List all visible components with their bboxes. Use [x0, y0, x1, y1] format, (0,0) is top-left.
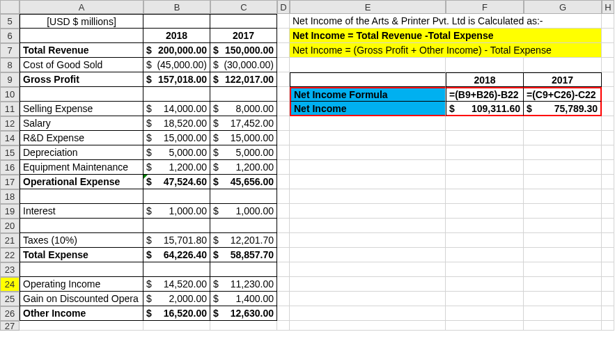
cell-E21[interactable] — [290, 233, 446, 248]
cell-F21[interactable] — [446, 233, 524, 248]
cell-E27[interactable] — [290, 321, 446, 331]
cell-H15[interactable] — [602, 145, 614, 160]
cell-B15[interactable]: $5,000.00 — [143, 145, 210, 160]
cell-H12[interactable] — [602, 116, 614, 131]
row-header[interactable]: 15 — [0, 145, 20, 160]
cell-G16[interactable] — [524, 160, 602, 175]
cell-D15[interactable] — [277, 145, 290, 160]
cell-A26[interactable]: Other Income — [20, 306, 143, 321]
spreadsheet-grid[interactable]: A B C D E F G H 5 [USD $ millions] Net I… — [0, 0, 615, 331]
cell-B17[interactable]: $47,524.60 — [143, 175, 210, 189]
cell-F27[interactable] — [446, 321, 524, 331]
row-header[interactable]: 10 — [0, 87, 20, 102]
cell-C21[interactable]: $12,201.70 — [210, 233, 277, 248]
cell-F24[interactable] — [446, 277, 524, 292]
col-header-D[interactable]: D — [277, 0, 290, 14]
row-header[interactable]: 26 — [0, 306, 20, 321]
cell-C25[interactable]: $1,400.00 — [210, 292, 277, 306]
row-header[interactable]: 17 — [0, 175, 20, 189]
cell-C24[interactable]: $11,230.00 — [210, 277, 277, 292]
cell-B11[interactable]: $14,000.00 — [143, 102, 210, 116]
cell-A10[interactable] — [20, 87, 143, 102]
cell-D20[interactable] — [277, 219, 290, 233]
row-header[interactable]: 6 — [0, 29, 20, 43]
cell-E16[interactable] — [290, 160, 446, 175]
cell-F22[interactable] — [446, 248, 524, 262]
row-header[interactable]: 25 — [0, 292, 20, 306]
cell-B12[interactable]: $18,520.00 — [143, 116, 210, 131]
cell-G9[interactable]: 2017 — [524, 72, 602, 87]
cell-E8[interactable] — [290, 58, 446, 72]
cell-F19[interactable] — [446, 204, 524, 219]
cell-A21[interactable]: Taxes (10%) — [20, 233, 143, 248]
col-header-E[interactable]: E — [290, 0, 446, 14]
cell-G18[interactable] — [524, 189, 602, 204]
cell-G15[interactable] — [524, 145, 602, 160]
cell-D27[interactable] — [277, 321, 290, 331]
cell-A12[interactable]: Salary — [20, 116, 143, 131]
cell-F11[interactable]: $109,311.60 — [446, 102, 524, 116]
cell-D21[interactable] — [277, 233, 290, 248]
cell-G23[interactable] — [524, 262, 602, 277]
cell-H23[interactable] — [602, 262, 614, 277]
cell-C15[interactable]: $5,000.00 — [210, 145, 277, 160]
cell-G12[interactable] — [524, 116, 602, 131]
cell-C20[interactable] — [210, 219, 277, 233]
cell-G24[interactable] — [524, 277, 602, 292]
cell-B7[interactable]: $200,000.00 — [143, 43, 210, 58]
cell-A8[interactable]: Cost of Good Sold — [20, 58, 143, 72]
cell-B18[interactable] — [143, 189, 210, 204]
row-header[interactable]: 23 — [0, 262, 20, 277]
cell-E12[interactable] — [290, 116, 446, 131]
cell-D14[interactable] — [277, 131, 290, 145]
cell-C16[interactable]: $1,200.00 — [210, 160, 277, 175]
cell-A7[interactable]: Total Revenue — [20, 43, 143, 58]
cell-D10[interactable] — [277, 87, 290, 102]
cell-E22[interactable] — [290, 248, 446, 262]
cell-G11[interactable]: $75,789.30 — [524, 102, 602, 116]
cell-C12[interactable]: $17,452.00 — [210, 116, 277, 131]
cell-A11[interactable]: Selling Expense — [20, 102, 143, 116]
cell-E7[interactable]: Net Income = (Gross Profit + Other Incom… — [290, 43, 602, 58]
cell-A19[interactable]: Interest — [20, 204, 143, 219]
cell-E26[interactable] — [290, 306, 446, 321]
cell-H18[interactable] — [602, 189, 614, 204]
cell-A27[interactable] — [20, 321, 143, 331]
cell-F8[interactable] — [446, 58, 524, 72]
cell-F15[interactable] — [446, 145, 524, 160]
cell-A6[interactable] — [20, 29, 143, 43]
cell-G21[interactable] — [524, 233, 602, 248]
cell-D26[interactable] — [277, 306, 290, 321]
cell-H24[interactable] — [602, 277, 614, 292]
cell-D19[interactable] — [277, 204, 290, 219]
row-header[interactable]: 16 — [0, 160, 20, 175]
cell-B16[interactable]: $1,200.00 — [143, 160, 210, 175]
cell-A23[interactable] — [20, 262, 143, 277]
cell-D24[interactable] — [277, 277, 290, 292]
cell-D11[interactable] — [277, 102, 290, 116]
row-header[interactable]: 9 — [0, 72, 20, 87]
cell-C6[interactable]: 2017 — [210, 29, 277, 43]
cell-A17[interactable]: Operational Expense — [20, 175, 143, 189]
cell-D25[interactable] — [277, 292, 290, 306]
cell-E18[interactable] — [290, 189, 446, 204]
cell-A14[interactable]: R&D Expense — [20, 131, 143, 145]
cell-H20[interactable] — [602, 219, 614, 233]
cell-G17[interactable] — [524, 175, 602, 189]
cell-C9[interactable]: $122,017.00 — [210, 72, 277, 87]
cell-E11[interactable]: Net Income — [290, 102, 446, 116]
cell-H7[interactable] — [602, 43, 614, 58]
cell-E15[interactable] — [290, 145, 446, 160]
cell-H19[interactable] — [602, 204, 614, 219]
row-header[interactable]: 18 — [0, 189, 20, 204]
col-header-H[interactable]: H — [602, 0, 614, 14]
cell-F25[interactable] — [446, 292, 524, 306]
cell-A18[interactable] — [20, 189, 143, 204]
cell-B23[interactable] — [143, 262, 210, 277]
cell-H16[interactable] — [602, 160, 614, 175]
row-header[interactable]: 7 — [0, 43, 20, 58]
cell-B20[interactable] — [143, 219, 210, 233]
cell-F10[interactable]: =(B9+B26)-B22 — [446, 87, 524, 102]
col-header-A[interactable]: A — [20, 0, 143, 14]
cell-A20[interactable] — [20, 219, 143, 233]
